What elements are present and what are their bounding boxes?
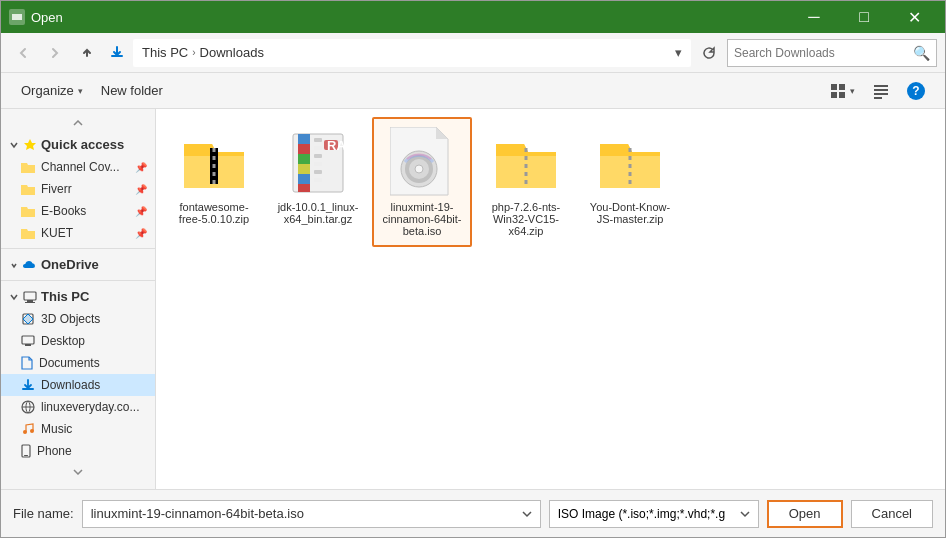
file-type-value: ISO Image (*.iso;*.img;*.vhd;*.g (558, 507, 736, 521)
sidebar-item-fiverr[interactable]: Fiverr 📌 (1, 178, 155, 200)
svg-rect-9 (874, 97, 882, 99)
minimize-button[interactable]: ─ (791, 1, 837, 33)
zip-folder-icon-youdontkow (598, 134, 662, 190)
svg-rect-35 (314, 138, 322, 142)
svg-marker-10 (24, 139, 36, 150)
breadcrumb-dropdown-icon: ▾ (675, 45, 682, 60)
file-name-label: File name: (13, 506, 74, 521)
folder-icon-kuet (21, 227, 35, 239)
iso-icon-linuxmint (390, 127, 454, 197)
sidebar-group-quick-access[interactable]: Quick access (1, 133, 155, 156)
file-type-select[interactable]: ISO Image (*.iso;*.img;*.vhd;*.g (549, 500, 759, 528)
file-label-php: php-7.2.6-nts-Win32-VC15-x64.zip (482, 201, 570, 237)
3dobjects-icon (21, 312, 35, 326)
up-button[interactable] (73, 39, 101, 67)
sidebar-group-onedrive[interactable]: OneDrive (1, 253, 155, 276)
sidebar-item-3dobjects[interactable]: 3D Objects (1, 308, 155, 330)
close-button[interactable]: ✕ (891, 1, 937, 33)
refresh-button[interactable] (695, 39, 723, 67)
sidebar-item-ebooks[interactable]: E-Books 📌 (1, 200, 155, 222)
back-button[interactable] (9, 39, 37, 67)
svg-point-19 (23, 430, 27, 434)
svg-rect-36 (314, 146, 322, 150)
breadcrumb-thispc: This PC (142, 45, 188, 60)
file-item-linuxmint[interactable]: linuxmint-19-cinnamon-64bit-beta.iso (372, 117, 472, 247)
sidebar-group-thispc[interactable]: This PC (1, 285, 155, 308)
help-button[interactable]: ? (899, 78, 933, 104)
scroll-up-icon (73, 120, 83, 126)
svg-rect-13 (25, 302, 35, 303)
search-input[interactable] (734, 46, 913, 60)
file-item-php[interactable]: php-7.2.6-nts-Win32-VC15-x64.zip (476, 117, 576, 247)
sidebar-label-3dobjects: 3D Objects (41, 312, 147, 326)
sidebar-item-phone[interactable]: Phone (1, 440, 155, 462)
view-button[interactable]: ▾ (822, 78, 863, 104)
file-label-linuxmint: linuxmint-19-cinnamon-64bit-beta.iso (378, 201, 466, 237)
new-folder-button[interactable]: New folder (93, 78, 171, 104)
organize-chevron: ▾ (78, 86, 83, 96)
open-button[interactable]: Open (767, 500, 843, 528)
folder-icon-ebooks (21, 205, 35, 217)
sidebar-scroll-down[interactable] (1, 462, 155, 482)
scroll-down-icon (73, 469, 83, 475)
sidebar-scroll-up[interactable] (1, 113, 155, 133)
svg-rect-29 (298, 134, 310, 144)
thispc-label: This PC (41, 289, 89, 304)
cancel-button[interactable]: Cancel (851, 500, 933, 528)
breadcrumb-downloads: Downloads (200, 45, 264, 60)
content-area: fontawesome-free-5.0.10.zip (156, 109, 945, 489)
winrar-icon-jdk: RAR (292, 130, 344, 194)
svg-rect-22 (24, 455, 28, 456)
svg-rect-3 (839, 84, 845, 90)
phone-icon (21, 444, 31, 458)
file-item-fontawesome[interactable]: fontawesome-free-5.0.10.zip (164, 117, 264, 247)
file-type-dropdown-icon (740, 509, 750, 519)
svg-rect-2 (831, 84, 837, 90)
organize-button[interactable]: Organize ▾ (13, 78, 91, 104)
search-icon: 🔍 (913, 45, 930, 61)
documents-icon (21, 356, 33, 370)
sidebar-label-fiverr: Fiverr (41, 182, 129, 196)
open-dialog: Open ─ □ ✕ This PC › Downloads ▾ (0, 0, 946, 538)
details-icon (873, 83, 889, 99)
folder-icon-fiverr (21, 183, 35, 195)
view-icon (830, 83, 846, 99)
sidebar-item-documents[interactable]: Documents (1, 352, 155, 374)
svg-rect-31 (298, 154, 310, 164)
downloads-icon (21, 378, 35, 392)
search-box[interactable]: 🔍 (727, 39, 937, 67)
forward-button[interactable] (41, 39, 69, 67)
forward-icon (49, 47, 61, 59)
sidebar-item-desktop[interactable]: Desktop (1, 330, 155, 352)
pin-icon-kuet: 📌 (135, 228, 147, 239)
pin-icon-channel: 📌 (135, 162, 147, 173)
svg-rect-11 (24, 292, 36, 300)
file-item-youdontkow[interactable]: You-Dont-Know-JS-master.zip (580, 117, 680, 247)
breadcrumb[interactable]: This PC › Downloads ▾ (133, 39, 691, 67)
svg-rect-8 (874, 93, 888, 95)
svg-rect-15 (22, 336, 34, 344)
thispc-icon (23, 291, 37, 303)
window-icon (9, 9, 25, 25)
svg-rect-33 (298, 174, 310, 184)
maximize-button[interactable]: □ (841, 1, 887, 33)
help-icon: ? (907, 82, 925, 100)
title-bar: Open ─ □ ✕ (1, 1, 945, 33)
back-icon (17, 47, 29, 59)
sidebar-item-linuxeveryday[interactable]: linuxeveryday.co... (1, 396, 155, 418)
divider-1 (1, 248, 155, 249)
sidebar-item-channel-cov[interactable]: Channel Cov... 📌 (1, 156, 155, 178)
sidebar-item-kuet[interactable]: KUET 📌 (1, 222, 155, 244)
file-name-input[interactable]: linuxmint-19-cinnamon-64bit-beta.iso (82, 500, 541, 528)
sidebar-label-kuet: KUET (41, 226, 129, 240)
sidebar-item-music[interactable]: Music (1, 418, 155, 440)
svg-text:RAR: RAR (327, 138, 344, 153)
quick-access-icon (23, 138, 37, 152)
sidebar-label-music: Music (41, 422, 147, 436)
breadcrumb-sep1: › (192, 47, 195, 58)
sidebar-item-downloads[interactable]: Downloads (1, 374, 155, 396)
details-button[interactable] (865, 78, 897, 104)
quick-access-label: Quick access (41, 137, 124, 152)
file-item-jdk[interactable]: RAR jdk-10.0.1_linux-x64_bin.tar.gz (268, 117, 368, 247)
onedrive-icon (23, 260, 37, 270)
